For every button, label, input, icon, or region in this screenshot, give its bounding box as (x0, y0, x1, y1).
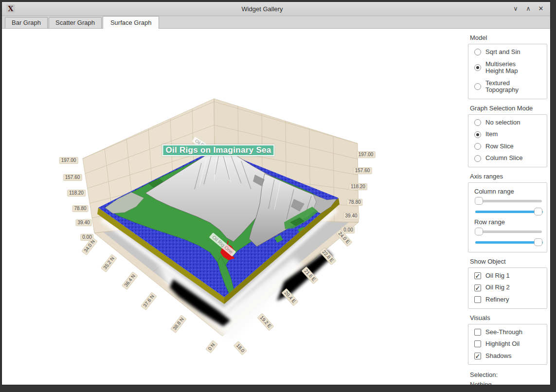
radio-icon (474, 155, 481, 162)
radio-icon (474, 64, 481, 71)
selection-value: Nothing (470, 380, 547, 385)
visuals-groupbox: See-Through Highlight Oil ✓ Shadows (468, 324, 547, 365)
row-range-max-slider[interactable] (475, 238, 542, 246)
visuals-checkbox-shadows[interactable]: ✓ Shadows (474, 353, 543, 360)
selection-mode-radio-item[interactable]: Item (474, 131, 543, 138)
tab-scatter-graph[interactable]: Scatter Graph (49, 17, 102, 28)
radio-icon (474, 83, 481, 90)
selection-label: Selection: (470, 370, 547, 380)
model-radio-sqrt-and-sin[interactable]: Sqrt and Sin (474, 49, 543, 56)
checkbox-icon: ✓ (474, 285, 481, 291)
model-groupbox: Sqrt and Sin Multiseries Height Map Text… (468, 44, 547, 99)
minimize-icon: ∨ (513, 5, 518, 12)
show-object-checkbox-oil-rig-2[interactable]: ✓ Oil Rig 2 (474, 284, 543, 291)
visuals-section-label: Visuals (470, 314, 547, 321)
row-range-min-slider[interactable] (475, 228, 542, 235)
column-range-max-slider[interactable] (475, 208, 542, 215)
z-tick-left-118-20: 118.20 (67, 190, 86, 196)
column-range-min-slider[interactable] (475, 197, 542, 205)
checkbox-icon: ✓ (474, 272, 481, 279)
range-label: Row range (474, 218, 543, 226)
checkbox-icon (474, 340, 481, 347)
z-tick-right-157-60: 157.60 (353, 167, 372, 174)
model-radio-textured-topography[interactable]: Textured Topography (474, 80, 543, 94)
z-tick-left-39-40: 39.40 (75, 219, 91, 226)
slider-handle[interactable] (534, 238, 542, 246)
tab-page-surface-graph: Oil Rig Two Oil Rigs on Imaginary Sea Oi… (2, 29, 550, 385)
window-title: Widget Gallery (15, 5, 509, 13)
checkbox-icon: ✓ (474, 353, 481, 359)
chart-title: Oil Rigs on Imaginary Sea (162, 144, 274, 156)
maximize-icon: ∧ (526, 5, 531, 12)
selection-mode-radio-column-slice[interactable]: Column Slice (474, 155, 543, 162)
radio-icon (474, 131, 481, 138)
tab-surface-graph[interactable]: Surface Graph (103, 16, 160, 29)
z-tick-right-197-00: 197.00 (357, 151, 376, 158)
settings-panel: Model Sqrt and Sin Multiseries Height Ma… (468, 29, 550, 385)
axis-ranges-section-label: Axis ranges (470, 173, 547, 180)
close-button[interactable]: ✕ (535, 3, 547, 15)
z-tick-right-118-20: 118.20 (349, 183, 367, 190)
app-icon: X (6, 4, 15, 13)
show-object-checkbox-refinery[interactable]: Refinery (474, 296, 543, 303)
checkbox-icon (474, 329, 481, 336)
radio-icon (474, 119, 481, 126)
model-radio-multiseries-height-map[interactable]: Multiseries Height Map (474, 61, 543, 75)
slider-handle[interactable] (534, 208, 542, 215)
selection-mode-groupbox: No selection Item Row Slice Column Slice (468, 114, 547, 167)
model-section-label: Model (470, 34, 547, 41)
visuals-checkbox-see-through[interactable]: See-Through (474, 329, 543, 336)
range-label: Column range (474, 188, 543, 195)
app-window: X Widget Gallery ∨ ∧ ✕ Bar GraphScatter … (1, 1, 551, 385)
z-tick-right-39-40: 39.40 (343, 213, 359, 219)
slider-handle[interactable] (475, 228, 483, 235)
column-range-group: Column range (474, 188, 543, 215)
row-range-group: Row range (474, 218, 543, 246)
visuals-checkbox-highlight-oil[interactable]: Highlight Oil (474, 340, 543, 348)
axis-ranges-groupbox: Column range Row range (468, 182, 547, 252)
close-icon: ✕ (538, 5, 544, 12)
radio-icon (474, 143, 481, 150)
tab-bar-graph[interactable]: Bar Graph (5, 17, 48, 28)
checkbox-icon (474, 296, 481, 303)
tab-bar: Bar GraphScatter GraphSurface Graph (2, 16, 550, 29)
surface-graph-canvas[interactable]: Oil Rig Two Oil Rigs on Imaginary Sea Oi… (2, 29, 468, 385)
maximize-button[interactable]: ∧ (522, 3, 535, 15)
selection-mode-section-label: Graph Selection Mode (470, 105, 547, 112)
show-object-groupbox: ✓ Oil Rig 1 ✓ Oil Rig 2 Refinery (468, 267, 547, 309)
show-object-section-label: Show Object (470, 258, 547, 265)
z-tick-left-197-00: 197.00 (59, 157, 78, 164)
selection-mode-radio-row-slice[interactable]: Row Slice (474, 143, 543, 150)
z-tick-left-157-60: 157.60 (63, 174, 82, 181)
z-tick-left-78-80: 78.80 (72, 205, 88, 212)
selection-mode-radio-no-selection[interactable]: No selection (474, 119, 543, 126)
minimize-button[interactable]: ∨ (509, 3, 522, 15)
radio-icon (474, 49, 481, 55)
z-tick-right-78-80: 78.80 (346, 199, 362, 206)
show-object-checkbox-oil-rig-1[interactable]: ✓ Oil Rig 1 (474, 272, 543, 280)
slider-handle[interactable] (475, 197, 483, 205)
title-bar[interactable]: X Widget Gallery ∨ ∧ ✕ (2, 2, 550, 16)
